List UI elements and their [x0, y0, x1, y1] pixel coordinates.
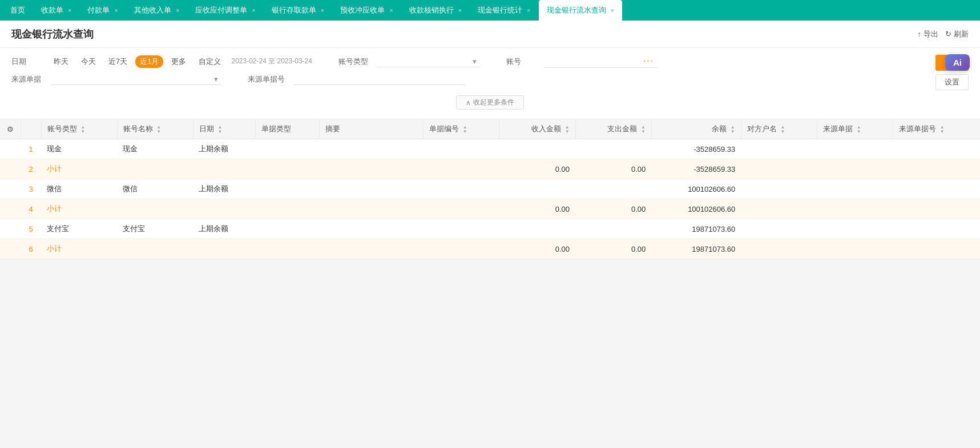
- date-option-yesterday[interactable]: 昨天: [49, 55, 73, 68]
- date-option-1month[interactable]: 近1月: [135, 55, 163, 68]
- table-cell: -3528659.33: [651, 139, 741, 159]
- table-cell: [817, 159, 893, 179]
- sort-icon: ▲▼: [218, 125, 223, 134]
- nav-tab-6[interactable]: 收款核销执行 ×: [401, 0, 470, 21]
- th-doc-type: 单据类型: [256, 119, 319, 139]
- close-icon[interactable]: ×: [114, 0, 118, 21]
- account-text-input[interactable]: [547, 57, 643, 66]
- nav-tab-8[interactable]: 现金银行流水查询 ×: [539, 0, 622, 21]
- th-index: [21, 119, 41, 139]
- table-cell: 0.00: [575, 239, 651, 259]
- table-cell: 现金: [41, 139, 117, 159]
- table-cell: [499, 219, 575, 239]
- date-range-display: 2023-02-24 至 2023-03-24: [231, 56, 312, 66]
- table-cell: [424, 239, 499, 259]
- close-icon[interactable]: ×: [252, 0, 255, 21]
- table-cell: 上期余额: [193, 139, 256, 159]
- date-option-custom[interactable]: 自定义: [194, 55, 225, 68]
- table-cell: [319, 239, 424, 259]
- settings-button[interactable]: 设置: [935, 74, 969, 90]
- th-source-doc-no[interactable]: 来源单据号 ▲▼: [893, 119, 980, 139]
- table-cell: [424, 219, 499, 239]
- refresh-button[interactable]: ↻ 刷新: [945, 29, 969, 39]
- table-cell: [893, 159, 980, 179]
- account-input[interactable]: ···: [544, 55, 658, 68]
- close-icon[interactable]: ×: [527, 0, 530, 21]
- chevron-up-icon: ∧: [466, 99, 471, 107]
- export-button[interactable]: ↑ 导出: [918, 29, 939, 39]
- th-doc-no[interactable]: 单据编号 ▲▼: [424, 119, 499, 139]
- table-cell: [319, 219, 424, 239]
- table-header-row: ⚙ 账号类型 ▲▼ 账号名称 ▲▼ 日期 ▲▼ 单据类型 摘要 单据编号: [0, 119, 980, 139]
- table-row: 3微信微信上期余额100102606.60: [0, 179, 980, 199]
- account-type-select[interactable]: ▾: [377, 56, 480, 67]
- table-cell: -3528659.33: [651, 159, 741, 179]
- page-header: 现金银行流水查询 ↑ 导出 ↻ 刷新: [0, 21, 980, 48]
- th-date[interactable]: 日期 ▲▼: [193, 119, 256, 139]
- table-cell: 0.00: [499, 239, 575, 259]
- table-cell: [0, 239, 21, 259]
- table-cell: 小计: [41, 239, 117, 259]
- close-icon[interactable]: ×: [611, 0, 614, 21]
- date-option-7days[interactable]: 近7天: [104, 55, 132, 68]
- table-cell: [256, 179, 319, 199]
- ai-badge[interactable]: Ai: [945, 54, 970, 71]
- table-cell: [319, 179, 424, 199]
- table-cell: [575, 219, 651, 239]
- date-option-more[interactable]: 更多: [167, 55, 191, 68]
- table-cell: [741, 159, 817, 179]
- th-expense[interactable]: 支出金额 ▲▼: [575, 119, 651, 139]
- table-cell: 上期余额: [193, 219, 256, 239]
- close-icon[interactable]: ×: [176, 0, 179, 21]
- table-cell: 100102606.60: [651, 199, 741, 219]
- th-source-doc[interactable]: 来源单据 ▲▼: [817, 119, 893, 139]
- account-browse-button[interactable]: ···: [643, 56, 654, 66]
- table-cell: [741, 199, 817, 219]
- close-icon[interactable]: ×: [68, 0, 71, 21]
- nav-home[interactable]: 首页: [2, 0, 33, 21]
- table-cell: [893, 179, 980, 199]
- source-doc-num-text-input[interactable]: [297, 75, 462, 83]
- date-option-today[interactable]: 今天: [76, 55, 100, 68]
- table-body: 1现金现金上期余额-3528659.332小计0.000.00-3528659.…: [0, 139, 980, 259]
- source-doc-num-input[interactable]: [294, 74, 465, 85]
- source-doc-label: 来源单据: [11, 74, 41, 84]
- sort-icon: ▲▼: [857, 125, 861, 134]
- source-doc-select[interactable]: ▾: [50, 74, 221, 85]
- table-cell: [319, 199, 424, 219]
- table-row: 6小计0.000.0019871073.60: [0, 239, 980, 259]
- nav-tab-3[interactable]: 应收应付调整单 ×: [187, 0, 263, 21]
- table-cell: 0.00: [575, 159, 651, 179]
- th-balance[interactable]: 余额 ▲▼: [651, 119, 741, 139]
- table-cell: [817, 179, 893, 199]
- table-cell: 0.00: [575, 199, 651, 219]
- sort-icon: ▲▼: [641, 125, 646, 134]
- table-cell: [424, 199, 499, 219]
- th-counterparty[interactable]: 对方户名 ▲▼: [741, 119, 817, 139]
- nav-tab-0[interactable]: 收款单 ×: [33, 0, 79, 21]
- nav-tab-4[interactable]: 银行存取款单 ×: [264, 0, 332, 21]
- table-cell: [893, 139, 980, 159]
- table-cell: [117, 199, 193, 219]
- table-cell: 0.00: [499, 199, 575, 219]
- collapse-button[interactable]: ∧ 收起更多条件: [456, 95, 524, 110]
- th-account-type[interactable]: 账号类型 ▲▼: [41, 119, 117, 139]
- header-actions: ↑ 导出 ↻ 刷新: [918, 29, 969, 39]
- sort-icon: ▲▼: [940, 125, 945, 134]
- th-income[interactable]: 收入金额 ▲▼: [499, 119, 575, 139]
- nav-tab-2[interactable]: 其他收入单 ×: [126, 0, 187, 21]
- table-cell: [256, 219, 319, 239]
- close-icon[interactable]: ×: [389, 0, 393, 21]
- table-cell: [117, 159, 193, 179]
- chevron-down-icon: ▾: [473, 57, 477, 66]
- table-cell: [256, 159, 319, 179]
- table-row: 2小计0.000.00-3528659.33: [0, 159, 980, 179]
- th-account-name[interactable]: 账号名称 ▲▼: [117, 119, 193, 139]
- close-icon[interactable]: ×: [458, 0, 462, 21]
- nav-tab-7[interactable]: 现金银行统计 ×: [470, 0, 538, 21]
- close-icon[interactable]: ×: [321, 0, 324, 21]
- nav-tab-5[interactable]: 预收冲应收单 ×: [332, 0, 401, 21]
- nav-tab-1[interactable]: 付款单 ×: [79, 0, 126, 21]
- th-gear[interactable]: ⚙: [0, 119, 21, 139]
- date-filter-label: 日期: [11, 56, 40, 67]
